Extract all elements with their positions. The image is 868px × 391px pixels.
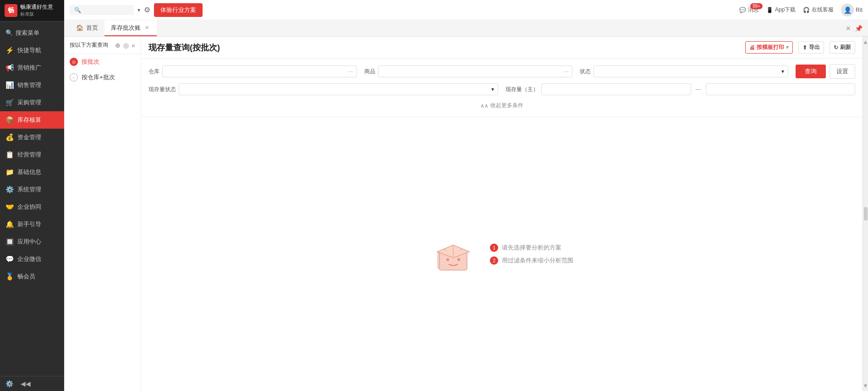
sidebar-item-finance[interactable]: 💰 资金管理 (0, 129, 64, 146)
main-content: 🔍 ▾ ⚙ 体验行业方案 💬 消息 99+ 📱 App下载 🎧 在线客服 (64, 0, 868, 391)
sidebar-item-label: 库存核算 (17, 116, 41, 124)
sidebar-header: 畅 畅康通好生意 标准版 (0, 0, 64, 22)
sidebar-item-vip[interactable]: 🏅 畅会员 (0, 268, 64, 285)
sidebar: 畅 畅康通好生意 标准版 🔍 搜索菜单 ⚡ 快捷导航 📢 营销推广 📊 销售管理… (0, 0, 64, 391)
message-icon: 💬 (739, 7, 746, 13)
empty-box-svg (430, 231, 476, 277)
sidebar-item-label: 企业协同 (17, 203, 41, 211)
scrollbar-thumb[interactable] (864, 207, 868, 221)
user-name: Rit (856, 7, 863, 13)
page-close-button[interactable]: ✕ (846, 25, 851, 32)
app-download-button[interactable]: 📱 App下载 (766, 6, 796, 14)
query-button[interactable]: 查询 (796, 65, 826, 78)
add-plan-icon[interactable]: ⊕ (115, 42, 121, 49)
warehouse-filter-group: 仓库 ··· (148, 65, 357, 77)
tab-home[interactable]: 🏠 首页 (70, 20, 104, 36)
topbar-gear-icon[interactable]: ⚙ (144, 5, 150, 14)
collapse-panel-icon[interactable]: « (132, 42, 135, 49)
quick-nav-icon: ⚡ (5, 46, 14, 54)
empty-tip-1: 1 请先选择要分析的方案 (490, 244, 573, 252)
sidebar-item-label: 资金管理 (17, 133, 41, 141)
scrollbar-up-arrow[interactable]: ▲ (861, 37, 868, 47)
sales-icon: 📊 (5, 81, 14, 89)
sidebar-item-label: 经营管理 (17, 151, 41, 159)
sidebar-item-apps[interactable]: 🔲 应用中心 (0, 233, 64, 250)
refresh-icon: ↻ (834, 44, 838, 51)
sidebar-item-guide[interactable]: 🔔 新手引导 (0, 216, 64, 233)
topbar-left: 🔍 ▾ ⚙ 体验行业方案 (70, 3, 736, 17)
topbar-search-box[interactable]: 🔍 (70, 5, 134, 15)
status-filter-select[interactable]: ▾ (593, 65, 788, 77)
filter-row-2: 现存量状态 ▾ 现存量（主） — (148, 83, 855, 95)
plan-item-by-batch[interactable]: ⊙ 按批次 (64, 54, 141, 70)
sidebar-item-quick-nav[interactable]: ⚡ 快捷导航 (0, 42, 64, 59)
sidebar-item-label: 营销推广 (17, 64, 41, 72)
export-btn-label: 导出 (809, 43, 820, 51)
warehouse-filter-input[interactable]: ··· (162, 65, 357, 77)
sidebar-item-label: 基础信息 (17, 168, 41, 176)
left-panel-title: 按以下方案查询 (70, 41, 108, 49)
print-dropdown-icon[interactable]: ▾ (786, 44, 789, 50)
inventory-qty-max[interactable] (706, 83, 856, 95)
purchase-icon: 🛒 (5, 98, 14, 107)
inventory-qty-min[interactable] (541, 83, 691, 95)
tab-inventory-batch[interactable]: 库存批次账 ✕ (104, 20, 157, 36)
settings-icon[interactable]: ⚙️ (5, 380, 13, 387)
collapse-sidebar-icon[interactable]: ◀◀ (21, 380, 31, 387)
chevron-down-icon: ▾ (137, 7, 140, 13)
left-panel-actions: ⊕ ◎ « (115, 42, 135, 49)
scrollbar-down-arrow[interactable]: ▼ (861, 380, 868, 391)
sidebar-item-label: 快捷导航 (17, 46, 41, 54)
export-button[interactable]: ⬆ 导出 (798, 41, 824, 54)
inventory-status-select[interactable]: ▾ (179, 83, 498, 95)
right-scrollbar[interactable]: ▲ ▼ (863, 37, 868, 391)
sidebar-item-purchase[interactable]: 🛒 采购管理 (0, 94, 64, 111)
settings-plan-icon[interactable]: ◎ (123, 42, 129, 49)
print-button[interactable]: 🖨 按模板打印 ▾ (745, 41, 793, 54)
app-title-block: 畅康通好生意 标准版 (20, 4, 53, 17)
product-filter-input[interactable]: ··· (378, 65, 573, 77)
marketing-icon: 📢 (5, 64, 14, 72)
empty-tip-2: 2 用过滤条件来缩小分析范围 (490, 256, 573, 265)
print-icon: 🖨 (749, 44, 755, 51)
inventory-icon: 📦 (5, 116, 14, 124)
tab-close-icon[interactable]: ✕ (143, 24, 150, 31)
sidebar-item-cooperation[interactable]: 🤝 企业协同 (0, 198, 64, 216)
svg-marker-4 (437, 252, 439, 270)
inventory-status-filter-group: 现存量状态 ▾ (148, 83, 498, 95)
product-more-icon: ··· (564, 68, 568, 75)
collapse-icon: ∧∧ (480, 103, 489, 109)
messages-button[interactable]: 💬 消息 99+ (739, 6, 759, 14)
tab-pin-icon[interactable]: 📌 (855, 25, 863, 32)
sidebar-item-sales[interactable]: 📊 销售管理 (0, 76, 64, 94)
sidebar-item-wechat[interactable]: 💬 企业微信 (0, 250, 64, 268)
tip-text-2: 用过滤条件来缩小分析范围 (502, 256, 573, 265)
refresh-button[interactable]: ↻ 刷新 (830, 41, 855, 54)
inventory-qty-range: — (541, 83, 855, 95)
export-icon: ⬆ (802, 44, 807, 51)
cooperation-icon: 🤝 (5, 203, 14, 211)
experience-button[interactable]: 体验行业方案 (154, 3, 203, 17)
collapse-filters-button[interactable]: ∧∧ 收起更多条件 (477, 100, 527, 111)
sidebar-item-label: 销售管理 (17, 81, 41, 89)
sidebar-item-marketing[interactable]: 📢 营销推广 (0, 59, 64, 76)
finance-icon: 💰 (5, 133, 14, 141)
sidebar-search-item[interactable]: 🔍 搜索菜单 (0, 24, 64, 42)
topbar-right: 💬 消息 99+ 📱 App下载 🎧 在线客服 👤 Rit (739, 4, 863, 16)
left-panel-header: 按以下方案查询 ⊕ ◎ « (64, 37, 141, 54)
sidebar-item-inventory[interactable]: 📦 库存核算 (0, 111, 64, 129)
settings-button[interactable]: 设置 (830, 64, 855, 79)
sidebar-search-label: 搜索菜单 (16, 29, 39, 37)
plan-item-by-warehouse-batch[interactable]: ○ 按仓库+批次 (64, 70, 141, 85)
sidebar-item-ops[interactable]: 📋 经营管理 (0, 146, 64, 163)
refresh-btn-label: 刷新 (840, 43, 851, 51)
user-menu[interactable]: 👤 Rit (841, 4, 863, 16)
topbar-dropdown[interactable]: ▾ (137, 7, 140, 13)
collapse-label: 收起更多条件 (490, 102, 523, 109)
online-service-button[interactable]: 🎧 在线客服 (803, 6, 834, 14)
sidebar-item-system[interactable]: ⚙️ 系统管理 (0, 181, 64, 198)
page-header-actions: 🖨 按模板打印 ▾ ⬆ 导出 ↻ 刷新 (745, 41, 855, 54)
sidebar-item-basic[interactable]: 📁 基础信息 (0, 163, 64, 181)
page-title: 现存量查询(按批次) (148, 42, 220, 53)
sidebar-scroll: 🔍 搜索菜单 ⚡ 快捷导航 📢 营销推广 📊 销售管理 🛒 采购管理 📦 库存核… (0, 22, 64, 376)
